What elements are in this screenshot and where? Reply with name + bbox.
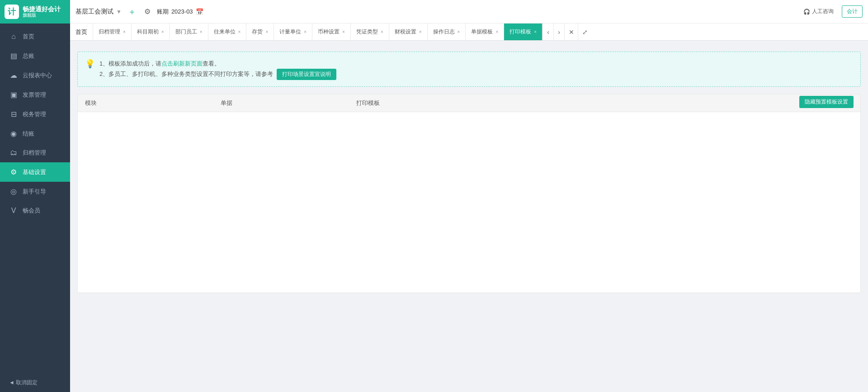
tab-unit-close-icon[interactable]: ×	[304, 29, 307, 34]
member-icon: V	[9, 207, 18, 215]
home-icon: ⌂	[9, 33, 18, 41]
bulb-icon: 💡	[85, 59, 95, 69]
logo-icon: 计	[5, 5, 19, 19]
sidebar-item-label: 首页	[23, 33, 34, 41]
sidebar-item-label: 云报表中心	[23, 71, 52, 80]
tab-archive-label: 归档管理	[99, 28, 120, 36]
period-value: 2023-03	[171, 8, 193, 15]
sidebar-item-label: 结账	[23, 130, 34, 138]
tab-stock-label: 存货	[252, 28, 263, 36]
app-logo: 计 畅捷通好会计 旗舰版	[0, 0, 70, 24]
tab-voucher-type[interactable]: 凭证类型 ×	[351, 24, 389, 40]
sidebar-item-archive[interactable]: 🗂 归档管理	[0, 143, 70, 162]
period-display: 账期 2023-03 📅	[157, 8, 203, 16]
tab-supplier-close-icon[interactable]: ×	[238, 29, 241, 34]
settings-icon: ⚙	[9, 168, 18, 176]
sidebar-item-close[interactable]: ◉ 结账	[0, 124, 70, 143]
settings-gear-icon[interactable]: ⚙	[144, 7, 151, 16]
tab-currency-close-icon[interactable]: ×	[342, 29, 345, 34]
calendar-icon[interactable]: 📅	[196, 8, 203, 15]
main-area: 基层工会测试 ▼ ＋ ⚙ 账期 2023-03 📅 🎧 人工咨询 会计 首页 归…	[70, 0, 868, 392]
tab-archive[interactable]: 归档管理 ×	[93, 24, 132, 40]
tax-icon: ⊟	[9, 110, 18, 118]
tab-currency[interactable]: 币种设置 ×	[312, 24, 351, 40]
tab-stock-close-icon[interactable]: ×	[265, 29, 268, 34]
company-name: 基层工会测试	[75, 8, 113, 16]
sidebar-item-label: 总账	[23, 52, 34, 60]
tab-finance-label: 财税设置	[395, 28, 416, 36]
archive-icon: 🗂	[9, 149, 18, 157]
tab-subject-close-icon[interactable]: ×	[161, 29, 164, 34]
tab-voucher-type-label: 凭证类型	[356, 28, 378, 36]
hide-template-button[interactable]: 隐藏预置模板设置	[799, 96, 854, 108]
sidebar-item-home[interactable]: ⌂ 首页	[0, 27, 70, 46]
sidebar-item-ledger[interactable]: ▤ 总账	[0, 46, 70, 66]
sidebar-item-label: 发票管理	[23, 91, 46, 99]
tab-close-all-button[interactable]: ✕	[564, 24, 578, 41]
app-sub: 旗舰版	[23, 13, 61, 18]
tab-archive-close-icon[interactable]: ×	[123, 29, 126, 34]
sidebar-item-reports[interactable]: ☁ 云报表中心	[0, 66, 70, 85]
notice-content: 1、模板添加成功后，请点击刷新新页面查看。 2、多员工、多打印机、多种业务类型设…	[99, 58, 336, 80]
tab-prev-button[interactable]: ‹	[542, 24, 553, 41]
print-scene-button[interactable]: 打印场景设置宣说明	[277, 69, 336, 80]
tab-supplier[interactable]: 往来单位 ×	[208, 24, 247, 40]
sidebar-item-tax[interactable]: ⊟ 税务管理	[0, 104, 70, 124]
accountant-button[interactable]: 会计	[842, 5, 863, 18]
tab-finance-close-icon[interactable]: ×	[419, 29, 422, 34]
tab-finance[interactable]: 财税设置 ×	[389, 24, 428, 40]
tab-expand-button[interactable]: ⤢	[578, 24, 591, 41]
tab-log-close-icon[interactable]: ×	[458, 29, 460, 34]
topbar: 基层工会测试 ▼ ＋ ⚙ 账期 2023-03 📅 🎧 人工咨询 会计	[70, 0, 868, 24]
tab-print-close-icon[interactable]: ×	[534, 29, 537, 34]
sidebar-item-label: 归档管理	[23, 149, 46, 157]
period-label: 账期	[157, 8, 169, 16]
sidebar-item-settings[interactable]: ⚙ 基础设置	[0, 162, 70, 182]
table-body	[77, 112, 861, 293]
sidebar-item-label: 税务管理	[23, 110, 46, 118]
sidebar-unpin[interactable]: ◄ 取消固定	[0, 373, 70, 392]
content-wrapper: 隐藏预置模板设置 💡 1、模板添加成功后，请点击刷新新页面查看。 2、多员工、多…	[77, 48, 861, 293]
col-template: 打印模板	[356, 99, 853, 107]
tab-single-close-icon[interactable]: ×	[495, 29, 498, 34]
tab-log-label: 操作日志	[433, 28, 455, 36]
tab-currency-label: 币种设置	[318, 28, 340, 36]
sidebar: 计 畅捷通好会计 旗舰版 ⌂ 首页 ▤ 总账 ☁ 云报表中心 ▣ 发票管理 ⊟ …	[0, 0, 70, 392]
table-header: 模块 单据 打印模板	[77, 94, 861, 112]
tab-print-label: 打印模板	[509, 28, 531, 36]
tab-print[interactable]: 打印模板 ×	[504, 24, 542, 40]
notice-line1: 1、模板添加成功后，请点击刷新新页面查看。	[99, 58, 336, 69]
service-button[interactable]: 🎧 人工咨询	[803, 8, 834, 15]
tab-dept-close-icon[interactable]: ×	[200, 29, 203, 34]
tab-dept[interactable]: 部门员工 ×	[170, 24, 208, 40]
tab-unit-label: 计量单位	[279, 28, 301, 36]
tab-log[interactable]: 操作日志 ×	[428, 24, 466, 40]
tab-stock[interactable]: 存货 ×	[246, 24, 274, 40]
tab-dept-label: 部门员工	[175, 28, 197, 36]
tab-voucher-type-close-icon[interactable]: ×	[381, 29, 383, 34]
guide-icon: ◎	[9, 187, 18, 196]
tab-supplier-label: 往来单位	[214, 28, 236, 36]
sidebar-item-member[interactable]: V 畅会员	[0, 201, 70, 220]
tab-subject-label: 科目期初	[137, 28, 159, 36]
col-single: 单据	[221, 99, 356, 107]
app-name: 畅捷通好会计	[23, 5, 61, 13]
tab-home-label: 首页	[75, 28, 87, 36]
company-selector[interactable]: 基层工会测试 ▼	[75, 8, 122, 16]
tab-home[interactable]: 首页	[70, 24, 93, 40]
tab-single-label: 单据模板	[471, 28, 493, 36]
sidebar-item-label: 基础设置	[23, 168, 46, 176]
tab-single[interactable]: 单据模板 ×	[466, 24, 504, 40]
notice-line2: 2、多员工、多打印机、多种业务类型设置不同打印方案等，请参考 打印场景设置宣说明	[99, 69, 336, 80]
sidebar-item-guide[interactable]: ◎ 新手引导	[0, 182, 70, 201]
add-tab-button[interactable]: ＋	[128, 6, 136, 17]
tab-next-button[interactable]: ›	[553, 24, 564, 41]
close-month-icon: ◉	[9, 129, 18, 138]
col-module: 模块	[85, 99, 221, 107]
sidebar-item-label: 新手引导	[23, 188, 46, 196]
sidebar-item-invoice[interactable]: ▣ 发票管理	[0, 85, 70, 104]
tab-unit[interactable]: 计量单位 ×	[274, 24, 312, 40]
refresh-link[interactable]: 点击刷新新页面	[161, 60, 203, 67]
tab-subject[interactable]: 科目期初 ×	[132, 24, 170, 40]
invoice-icon: ▣	[9, 90, 18, 99]
